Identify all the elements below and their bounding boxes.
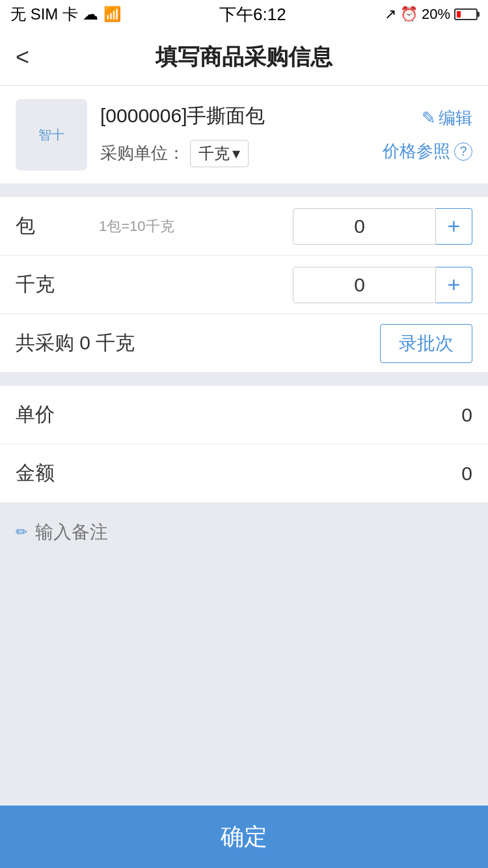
- package-plus-button[interactable]: +: [436, 208, 472, 245]
- amount-value: 0: [461, 463, 472, 485]
- kg-label: 千克: [16, 271, 94, 298]
- edit-button[interactable]: ✎ 编辑: [422, 107, 472, 129]
- kg-row: 千克 +: [0, 256, 488, 314]
- product-actions: ✎ 编辑 价格参照 ?: [383, 107, 472, 163]
- unit-value: 千克: [198, 143, 230, 164]
- unit-price-row: 单价 0: [0, 386, 488, 444]
- package-input-control: +: [174, 208, 472, 245]
- alarm-icon: ⏰: [400, 6, 418, 23]
- confirm-button[interactable]: 确定: [0, 806, 488, 868]
- content-bottom: [0, 562, 488, 809]
- price-ref-button[interactable]: 价格参照 ?: [383, 140, 472, 163]
- kg-input-control: +: [94, 267, 472, 303]
- kg-input[interactable]: [293, 267, 436, 303]
- remark-input[interactable]: [35, 522, 472, 543]
- back-button[interactable]: <: [16, 44, 29, 71]
- status-bar: 无 SIM 卡 ☁ 📶 下午6:12 ↗ ⏰ 20%: [0, 0, 488, 29]
- package-input[interactable]: [293, 208, 436, 245]
- section-divider-1: [0, 184, 488, 197]
- pencil-icon: ✏: [16, 524, 27, 541]
- price-ref-label: 价格参照: [383, 140, 450, 163]
- edit-icon: ✎: [422, 108, 436, 128]
- unit-price-value: 0: [461, 404, 472, 426]
- package-label: 包: [16, 213, 94, 239]
- amount-label: 金额: [16, 460, 55, 487]
- record-batch-button[interactable]: 录批次: [380, 324, 472, 363]
- wifi-icon: 📶: [103, 6, 121, 23]
- page-title: 填写商品采购信息: [156, 42, 332, 72]
- product-card: 智十 [0000006]手撕面包 采购单位： 千克 ▾ ✎ 编辑 价格参照 ?: [0, 86, 488, 184]
- amount-row: 金额 0: [0, 444, 488, 503]
- status-right: ↗ ⏰ 20%: [385, 6, 478, 23]
- nav-bar: < 填写商品采购信息: [0, 29, 488, 86]
- summary-row: 共采购 0 千克 录批次: [0, 314, 488, 373]
- unit-price-label: 单价: [16, 401, 55, 428]
- unit-label: 采购单位：: [100, 142, 185, 165]
- edit-label: 编辑: [439, 107, 472, 129]
- battery-percent: 20%: [422, 6, 450, 23]
- package-sub-label: 1包=10千克: [99, 217, 174, 236]
- product-logo: 智十: [38, 126, 64, 144]
- help-icon: ?: [454, 142, 472, 161]
- product-info: [0000006]手撕面包 采购单位： 千克 ▾: [87, 103, 383, 167]
- package-row: 包 1包=10千克 +: [0, 197, 488, 256]
- no-sim-label: 无 SIM 卡 ☁: [10, 4, 98, 25]
- location-icon: ↗: [385, 6, 396, 23]
- chevron-down-icon: ▾: [232, 144, 240, 163]
- product-name: [0000006]手撕面包: [100, 103, 370, 129]
- unit-select[interactable]: 千克 ▾: [190, 140, 249, 167]
- status-time: 下午6:12: [219, 3, 286, 26]
- product-thumbnail: 智十: [16, 99, 87, 170]
- remark-section: ✏: [0, 503, 488, 562]
- price-info-section: 单价 0 金额 0: [0, 386, 488, 503]
- status-left: 无 SIM 卡 ☁ 📶: [10, 4, 121, 25]
- package-input-section: 包 1包=10千克 +: [0, 197, 488, 256]
- summary-text: 共采购 0 千克: [16, 330, 135, 357]
- product-unit-row: 采购单位： 千克 ▾: [100, 140, 370, 167]
- kg-input-section: 千克 +: [0, 256, 488, 314]
- battery-icon: [454, 8, 478, 20]
- section-divider-2: [0, 373, 488, 386]
- kg-plus-button[interactable]: +: [436, 267, 472, 303]
